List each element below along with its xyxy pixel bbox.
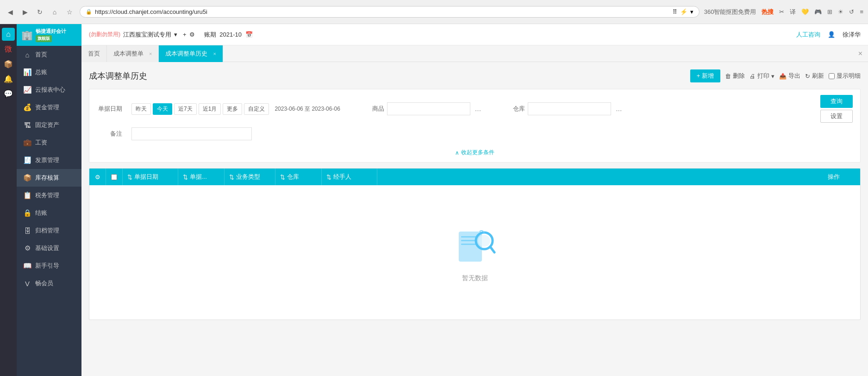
warehouse-dots[interactable]: ...: [616, 105, 622, 113]
sidebar-item-ledger[interactable]: 📊 总账: [17, 63, 81, 81]
new-button[interactable]: + 新增: [690, 69, 720, 82]
show-details-input[interactable]: [829, 73, 835, 79]
page-actions: + 新增 🗑 删除 🖨 打印 ▾ 📤 导出 ↻: [690, 69, 861, 82]
export-button[interactable]: 📤 导出: [779, 72, 800, 80]
empty-text: 暂无数据: [462, 274, 488, 282]
date-btn-7days[interactable]: 近7天: [174, 103, 197, 115]
sidebar-item-funds[interactable]: 💰 资金管理: [17, 99, 81, 116]
tab-bar-close-all[interactable]: ×: [858, 50, 868, 58]
sidebar-item-archive[interactable]: 🗄 归档管理: [17, 222, 81, 239]
goods-dots[interactable]: ...: [475, 105, 481, 113]
add-company-icon[interactable]: +: [183, 31, 187, 38]
svg-rect-2: [461, 240, 475, 241]
sidebar-item-home[interactable]: ⌂ 首页: [17, 46, 81, 63]
topbar-right: 人工咨询 👤 徐泽华: [796, 31, 861, 39]
company-settings-icon[interactable]: ⚙: [189, 31, 195, 38]
star-button[interactable]: ☆: [64, 6, 75, 18]
icon-bar-item-2[interactable]: 🔔: [2, 72, 15, 85]
sidebar-item-guide[interactable]: 📖 新手引导: [17, 257, 81, 275]
guide-icon: 📖: [23, 262, 31, 270]
sidebar-item-inventory[interactable]: 📦 库存核算: [17, 169, 81, 187]
filter-panel: 单据日期 昨天 今天 近7天 近1月 更多 自定义 2023-06-06 至 2…: [89, 89, 861, 163]
page-title: 成本调整单历史: [89, 70, 147, 81]
invoice-icon: 🧾: [23, 156, 31, 164]
icon-bar-item-3[interactable]: 💬: [2, 87, 15, 100]
th-num[interactable]: ⇅ 单据...: [178, 169, 225, 185]
th-warehouse[interactable]: ⇅ 仓库: [275, 169, 322, 185]
page-header: 成本调整单历史 + 新增 🗑 删除 🖨 打印 ▾ 📤 导出: [89, 69, 861, 82]
refresh-icon: ↻: [805, 73, 810, 80]
back-button[interactable]: ◀: [5, 6, 16, 18]
logo-text-container: 畅捷通好会计 旗舰版: [36, 28, 66, 42]
tax-icon: 📋: [23, 191, 31, 200]
tab-cost-adjustment-close[interactable]: ×: [149, 51, 152, 56]
sidebar-item-tax[interactable]: 📋 税务管理: [17, 187, 81, 204]
refresh-button[interactable]: ↻: [34, 6, 45, 18]
sidebar-item-settings[interactable]: ⚙ 基础设置: [17, 239, 81, 257]
url-text: https://cloud.chanjet.com/accounting/uru…: [95, 8, 670, 15]
consult-button[interactable]: 人工咨询: [796, 31, 820, 39]
sidebar-item-vip[interactable]: V 畅会员: [17, 275, 81, 292]
sidebar-item-assets[interactable]: 🏗 固定资产: [17, 116, 81, 134]
th-person[interactable]: ⇅ 经手人: [322, 169, 377, 185]
sort-date-icon: ⇅: [127, 174, 132, 181]
date-btn-yesterday[interactable]: 昨天: [131, 103, 151, 115]
query-button[interactable]: 查询: [820, 95, 853, 108]
sidebar-item-reports[interactable]: 📈 云报表中心: [17, 81, 81, 99]
sidebar-item-label-ledger: 总账: [35, 68, 47, 76]
svg-rect-1: [461, 236, 477, 238]
sidebar-item-label-vip: 畅会员: [35, 279, 53, 288]
date-btn-1month[interactable]: 近1月: [199, 103, 221, 115]
home-button[interactable]: ⌂: [49, 6, 60, 18]
sidebar-item-payroll[interactable]: 💼 工资: [17, 134, 81, 151]
print-button[interactable]: 🖨 打印 ▾: [749, 72, 774, 80]
sidebar-item-close[interactable]: 🔒 结账: [17, 204, 81, 222]
filter-note-row: 备注: [97, 127, 853, 140]
sidebar-item-label-tax: 税务管理: [35, 191, 59, 200]
forward-button[interactable]: ▶: [19, 6, 31, 18]
url-bar[interactable]: 🔒 https://cloud.chanjet.com/accounting/u…: [80, 6, 699, 18]
show-details-checkbox[interactable]: 显示明细: [829, 72, 861, 80]
refresh-button[interactable]: ↻ 刷新: [805, 72, 824, 80]
sidebar-item-label-assets: 固定资产: [35, 121, 59, 129]
close-all-icon[interactable]: ×: [858, 50, 862, 57]
th-checkbox[interactable]: [106, 169, 123, 185]
tab-home-label: 首页: [88, 50, 100, 58]
goods-select[interactable]: [387, 102, 470, 115]
collapse-section: ∧ 收起更多条件: [97, 145, 853, 157]
collapse-button[interactable]: ∧ 收起更多条件: [455, 149, 494, 157]
sidebar-item-label-funds: 资金管理: [35, 103, 59, 112]
tab-home[interactable]: 首页: [81, 45, 107, 62]
sort-warehouse-icon: ⇅: [280, 174, 285, 181]
delete-icon: 🗑: [725, 73, 731, 80]
sort-type-icon: ⇅: [229, 174, 234, 181]
filter-date-row: 单据日期 昨天 今天 近7天 近1月 更多 自定义 2023-06-06 至 2…: [97, 95, 853, 123]
calendar-icon[interactable]: 📅: [245, 31, 253, 38]
tab-cost-adjustment[interactable]: 成本调整单 ×: [107, 45, 159, 62]
sidebar-item-label-guide: 新手引导: [35, 262, 59, 270]
tab-cost-adjustment-history-close[interactable]: ×: [213, 51, 216, 56]
date-btn-today[interactable]: 今天: [153, 103, 172, 115]
date-btn-custom[interactable]: 自定义: [244, 103, 269, 115]
tab-cost-adjustment-history[interactable]: 成本调整单历史 ×: [159, 45, 223, 62]
sidebar-item-invoice[interactable]: 🧾 发票管理: [17, 151, 81, 169]
th-type[interactable]: ⇅ 业务类型: [225, 169, 275, 185]
date-btn-more[interactable]: 更多: [223, 103, 242, 115]
note-input[interactable]: [131, 127, 252, 140]
browser-nav: ◀ ▶ ↻ ⌂ ☆: [5, 6, 75, 18]
select-all-checkbox[interactable]: [111, 174, 117, 180]
icon-bar-home[interactable]: ⌂: [2, 28, 15, 41]
th-settings[interactable]: ⚙: [89, 169, 106, 185]
close-period-icon: 🔒: [23, 209, 31, 217]
delete-button[interactable]: 🗑 删除: [725, 72, 745, 80]
warehouse-select[interactable]: [528, 102, 611, 115]
sidebar-item-label-close: 结账: [35, 209, 47, 217]
icon-bar-item-1[interactable]: 📦: [2, 57, 15, 70]
scissors-icon: ✂: [779, 8, 784, 15]
settings-button[interactable]: 设置: [820, 110, 853, 123]
th-date[interactable]: ⇅ 单据日期: [123, 169, 178, 185]
icon-bar-weibo[interactable]: 微: [2, 43, 15, 56]
query-buttons: 查询 设置: [820, 95, 853, 123]
company-selector[interactable]: (勿删勿禁用) 江西服宝测试专用 ▾ + ⚙: [89, 31, 195, 39]
payroll-icon: 💼: [23, 138, 31, 147]
